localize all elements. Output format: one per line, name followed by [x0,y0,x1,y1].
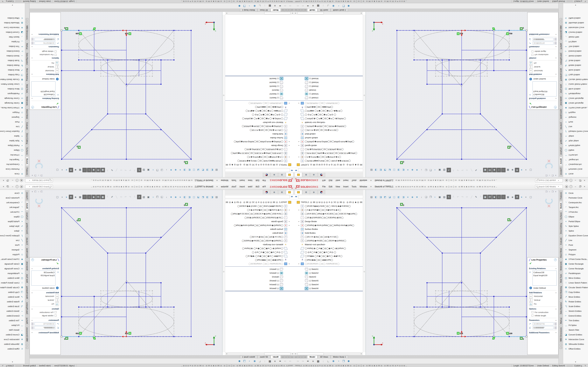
tool-item[interactable]: ◹Scale Entities [0,58,25,63]
user-account-icon[interactable]: ◉ [565,185,568,188]
tool-item[interactable]: ◌Perimeter Circle [563,195,588,200]
command-tab[interactable]: Surfaces [560,211,562,221]
lower-toolbar-icon[interactable]: ✱ [237,4,242,8]
lower-toolbar-icon[interactable]: ◔ [336,4,341,8]
command-tab[interactable]: Markup [560,316,562,325]
section-options[interactable]: Options▲ [31,307,59,310]
tool-item[interactable]: ✂Trim Entities [563,44,588,49]
tool-item[interactable]: ◈3 Point Center Recta... [563,257,588,261]
menu-item[interactable]: Tools [230,179,238,182]
add-relation-button[interactable]: —Horizontal [31,69,59,73]
command-tab[interactable]: .. [560,18,562,20]
help-icon[interactable]: ? [31,259,34,261]
tool-item[interactable]: ✂Trim Entities [0,318,25,323]
tree-item[interactable]: ◯∙◎✛◯✳◉◯◎◯◉✳◯✛◎∙◯ [294,113,363,117]
tool-item[interactable]: ◪Convert Entities [0,332,25,337]
tab-configurationmanager[interactable]: ⊕ [310,173,318,177]
lower-toolbar-icon[interactable]: ❋ [252,359,257,363]
tool-item[interactable]: ≈Spline [0,228,25,233]
tree-item[interactable]: (-) Sketch2 [294,92,363,96]
spin-up-icon[interactable]: ▲ [554,322,557,324]
menu-item[interactable]: File [320,179,327,182]
tree-item[interactable]: ▸◯Ʌ♟◎✛Ƨ5◉Ɛ◯◎◯Ɛ◉5Ƨ✛◎♟Ʌ◯ [294,208,363,212]
tree-item[interactable]: Sketch3 [294,275,363,279]
command-tab[interactable]: Mesh Modeling [26,67,29,82]
tool-item[interactable]: ┉Segment [563,247,588,252]
menu-item[interactable]: Insert [238,179,246,182]
pin-icon[interactable]: ✶ [216,185,218,188]
user-account-icon[interactable]: ◉ [565,179,568,182]
tree-item[interactable]: TRPDL2. ◎ ƎE ◎ Ш ◎ ◎ ◎ ✛ ◎ ƆC ◎ ƎE ◎ ∙ ◎… [294,200,363,204]
more-tools-chevron-icon[interactable]: ▼ [563,4,588,6]
more-tools-chevron-icon[interactable]: ▼ [563,361,588,363]
menu-item[interactable]: View [246,179,254,182]
ok-checkmark-icon[interactable]: ✔ [31,262,59,265]
scroll-right-icon[interactable]: ► [225,12,228,14]
relation-badge-equal[interactable]: 109 [125,332,131,334]
relation-entry[interactable]: Equal length109 [533,90,556,93]
tree-item[interactable]: (-) Sketch5 [294,84,363,88]
relation-badge-equal[interactable]: 109 [457,332,463,334]
tab-nav-button[interactable]: |◄ [291,356,294,358]
tool-item[interactable]: ▱Parallelogram [563,92,588,96]
spin-up-icon[interactable]: ▲ [31,326,34,328]
tool-item[interactable]: ◯Ellipse [0,214,25,219]
spinner[interactable]: ▲▼ [31,38,34,41]
tree-horizontal-scrollbar[interactable]: ◄ ► [294,352,363,355]
tool-item[interactable]: ◝Centerpoint Arc [0,200,25,205]
menu-item[interactable]: Window [358,185,369,188]
status-custom-dropdown[interactable]: Custom ▴ [4,365,15,367]
tool-item[interactable]: ❐Copy Entities [0,290,25,294]
document-tab[interactable]: Model [307,355,318,358]
angle-input[interactable]: 0.00000000° [533,38,553,41]
tree-item[interactable]: TRPDL2. ◎ ƎE ◎ Ш ◎ ◎ ◎ ✛ ◎ ƆC ◎ ƎE ◎ ∙ ◎… [225,200,294,204]
relation-badge-equal[interactable]: 109 [76,33,82,35]
tab-featuremanager[interactable] [295,173,302,177]
command-tab[interactable]: Weldments [26,260,29,272]
tree-item[interactable]: (-) Sketch5 [294,279,363,283]
lower-toolbar-icon[interactable]: ✑ [296,359,300,363]
tool-item[interactable]: ◍Silhouette Entities [0,342,25,346]
tree-item[interactable]: (-) Sketch5 [225,84,294,88]
tool-item[interactable]: ▱Parallelogram [0,92,25,96]
sketch-lines[interactable] [397,30,526,159]
spin-up-icon[interactable]: ▲ [554,40,557,41]
command-tab[interactable]: Evaluate [26,236,29,246]
add-relation-button[interactable]: —Horizontal [529,294,557,298]
relation-badge-collinear[interactable]: 3 [77,218,80,222]
document-tab[interactable]: Motion Study 1 [240,9,257,12]
relation-entry[interactable]: Collinear108 [533,93,556,96]
tree-item[interactable]: Sketch3 [225,88,294,92]
checkbox[interactable] [55,54,57,56]
tree-item[interactable]: ◯✛Ɛ◉♟∙◯✳◉◯◎◯◉✳◯∙♟◉Ɛ✛◯ [225,254,294,258]
lower-toolbar-icon[interactable]: ◔ [247,359,252,363]
lower-toolbar-icon[interactable]: ✑ [288,359,292,363]
tool-item[interactable]: ◪Convert Entities [563,30,588,35]
menu-item[interactable]: Edit [254,185,261,188]
tree-item[interactable]: Surface Bodies [294,227,363,231]
lower-toolbar-icon[interactable]: ✱ [346,4,351,8]
menu-item[interactable]: Tools [350,185,358,188]
search-dropdown-icon[interactable]: ▾ [29,186,30,187]
tool-item[interactable]: ◇Polygon [0,110,25,115]
tree-item[interactable]: ▸◯Ʌ♟◎✛Ƨ5◉Ɛ◯◎◯Ɛ◉5Ƨ✛◎♟Ʌ◯ [225,208,294,212]
collapse-chevron-icon[interactable]: ▲ [31,292,33,293]
tree-item[interactable]: ▸◯Ƨ5ƎƐИNAΛ∙◯◎◯∙ΛAИNƎƐ5Ƨ◯ [294,101,363,105]
tool-item[interactable]: ⊂Offset Entities [563,16,588,21]
tab-nav-button[interactable]: ► [284,356,287,358]
tab-propertymanager[interactable]: ⊞ [303,190,310,194]
spinner[interactable]: ▲▼ [554,42,557,45]
collapse-chevron-icon[interactable]: ▲ [31,46,33,48]
status-custom-dropdown[interactable]: Custom ▴ [573,0,584,3]
command-tab[interactable]: Mesh Modeling [560,285,562,300]
command-tab[interactable]: Surfaces [560,146,562,156]
menu-item[interactable]: View [334,185,342,188]
tool-item[interactable]: ◯Ellipse [563,214,588,219]
lower-toolbar-icon[interactable]: ▦ [268,359,272,363]
tool-item[interactable]: ≈Spline [563,134,588,139]
tree-item[interactable]: ◯Ƨ5ƎƐ✛◉♟◎ɅAΦ◯◎◯ ΦAɅ◎♟◉✛ƎƐ5Ƨ◯ [294,159,363,163]
tree-splitter[interactable] [294,266,363,267]
lower-toolbar-icon[interactable]: ❋ [331,359,336,363]
section-add-relations[interactable]: Add Relations▲ [529,290,557,294]
ok-checkmark-icon[interactable]: ✔ [31,102,59,105]
